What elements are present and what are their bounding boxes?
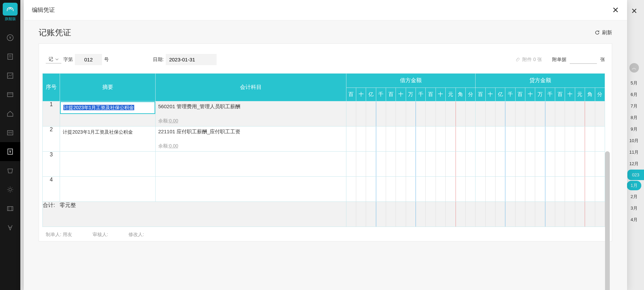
amount-digit-cell[interactable]: [356, 177, 366, 202]
amount-digit-cell[interactable]: [555, 152, 565, 177]
amount-digit-cell[interactable]: [525, 101, 535, 127]
amount-digit-cell[interactable]: [495, 177, 505, 202]
summary-cell[interactable]: [60, 152, 155, 156]
amount-digit-cell[interactable]: [396, 177, 406, 202]
amount-digit-cell[interactable]: [476, 177, 485, 202]
amount-digit-cell[interactable]: [585, 127, 595, 152]
amount-digit-cell[interactable]: [346, 101, 356, 127]
amount-digit-cell[interactable]: [386, 177, 396, 202]
amount-digit-cell[interactable]: [426, 101, 436, 127]
amount-digit-cell[interactable]: [366, 127, 376, 152]
amount-digit-cell[interactable]: [575, 101, 585, 127]
amount-digit-cell[interactable]: [495, 101, 505, 127]
amount-digit-cell[interactable]: [376, 101, 386, 127]
amount-digit-cell[interactable]: [346, 127, 356, 152]
amount-digit-cell[interactable]: [535, 152, 545, 177]
amount-digit-cell[interactable]: [585, 101, 595, 127]
amount-digit-cell[interactable]: [535, 101, 545, 127]
amount-digit-cell[interactable]: [575, 152, 585, 177]
amount-digit-cell[interactable]: [436, 101, 445, 127]
amount-digit-cell[interactable]: [406, 101, 416, 127]
amount-digit-cell[interactable]: [386, 101, 396, 127]
amount-digit-cell[interactable]: [595, 152, 605, 177]
table-scrollbar[interactable]: [605, 151, 610, 290]
amount-digit-cell[interactable]: [525, 127, 535, 152]
amount-digit-cell[interactable]: [545, 152, 555, 177]
summary-input[interactable]: 计提2023年1月工资及社保公积金: [60, 101, 155, 114]
amount-digit-cell[interactable]: [366, 177, 376, 202]
amount-digit-cell[interactable]: [476, 127, 485, 152]
amount-digit-cell[interactable]: [545, 177, 555, 202]
account-cell[interactable]: [156, 152, 346, 176]
amount-digit-cell[interactable]: [515, 101, 525, 127]
amount-digit-cell[interactable]: [456, 101, 465, 127]
amount-digit-cell[interactable]: [346, 177, 356, 202]
amount-digit-cell[interactable]: [476, 152, 485, 177]
amount-digit-cell[interactable]: [446, 152, 456, 177]
amount-digit-cell[interactable]: [366, 101, 376, 127]
amount-digit-cell[interactable]: [376, 127, 386, 152]
amount-digit-cell[interactable]: [545, 101, 555, 127]
amount-digit-cell[interactable]: [366, 152, 376, 177]
amount-digit-cell[interactable]: [555, 177, 565, 202]
account-cell[interactable]: 221101 应付职工薪酬_应付职工工资余额:0.00: [156, 127, 346, 151]
amount-digit-cell[interactable]: [356, 101, 366, 127]
amount-digit-cell[interactable]: [595, 101, 605, 127]
amount-digit-cell[interactable]: [436, 152, 445, 177]
amount-digit-cell[interactable]: [505, 177, 515, 202]
amount-digit-cell[interactable]: [485, 127, 495, 152]
amount-digit-cell[interactable]: [565, 152, 575, 177]
amount-digit-cell[interactable]: [416, 101, 426, 127]
amount-digit-cell[interactable]: [565, 177, 575, 202]
amount-digit-cell[interactable]: [446, 177, 456, 202]
amount-digit-cell[interactable]: [406, 152, 416, 177]
amount-digit-cell[interactable]: [406, 177, 416, 202]
amount-digit-cell[interactable]: [346, 152, 356, 177]
amount-digit-cell[interactable]: [416, 127, 426, 152]
voucher-type-select[interactable]: 记: [46, 56, 61, 63]
amount-digit-cell[interactable]: [465, 101, 475, 127]
amount-digit-cell[interactable]: [465, 177, 475, 202]
amount-digit-cell[interactable]: [485, 177, 495, 202]
amount-digit-cell[interactable]: [515, 152, 525, 177]
amount-digit-cell[interactable]: [426, 177, 436, 202]
amount-digit-cell[interactable]: [555, 127, 565, 152]
amount-digit-cell[interactable]: [485, 152, 495, 177]
amount-digit-cell[interactable]: [525, 152, 535, 177]
amount-digit-cell[interactable]: [456, 127, 465, 152]
amount-digit-cell[interactable]: [575, 127, 585, 152]
amount-digit-cell[interactable]: [555, 101, 565, 127]
amount-digit-cell[interactable]: [406, 127, 416, 152]
account-cell[interactable]: 560201 管理费用_管理人员职工薪酬余额:0.00: [156, 101, 346, 126]
amount-digit-cell[interactable]: [505, 152, 515, 177]
amount-digit-cell[interactable]: [465, 152, 475, 177]
date-input[interactable]: [166, 54, 217, 65]
amount-digit-cell[interactable]: [396, 127, 406, 152]
amount-digit-cell[interactable]: [565, 101, 575, 127]
amount-digit-cell[interactable]: [356, 152, 366, 177]
refresh-button[interactable]: 刷新: [595, 30, 612, 36]
amount-digit-cell[interactable]: [465, 127, 475, 152]
amount-digit-cell[interactable]: [356, 127, 366, 152]
amount-digit-cell[interactable]: [535, 177, 545, 202]
amount-digit-cell[interactable]: [545, 127, 555, 152]
summary-cell[interactable]: [60, 177, 155, 181]
amount-digit-cell[interactable]: [386, 152, 396, 177]
amount-digit-cell[interactable]: [476, 101, 485, 127]
amount-digit-cell[interactable]: [505, 101, 515, 127]
amount-digit-cell[interactable]: [575, 177, 585, 202]
amount-digit-cell[interactable]: [416, 152, 426, 177]
close-icon[interactable]: ✕: [612, 5, 619, 15]
amount-digit-cell[interactable]: [386, 127, 396, 152]
amount-digit-cell[interactable]: [436, 177, 445, 202]
amount-digit-cell[interactable]: [376, 177, 386, 202]
amount-digit-cell[interactable]: [485, 101, 495, 127]
amount-digit-cell[interactable]: [585, 177, 595, 202]
amount-digit-cell[interactable]: [535, 127, 545, 152]
stub-count-input[interactable]: [570, 56, 597, 64]
amount-digit-cell[interactable]: [416, 177, 426, 202]
amount-digit-cell[interactable]: [495, 127, 505, 152]
account-cell[interactable]: [156, 177, 346, 201]
amount-digit-cell[interactable]: [595, 127, 605, 152]
amount-digit-cell[interactable]: [515, 177, 525, 202]
